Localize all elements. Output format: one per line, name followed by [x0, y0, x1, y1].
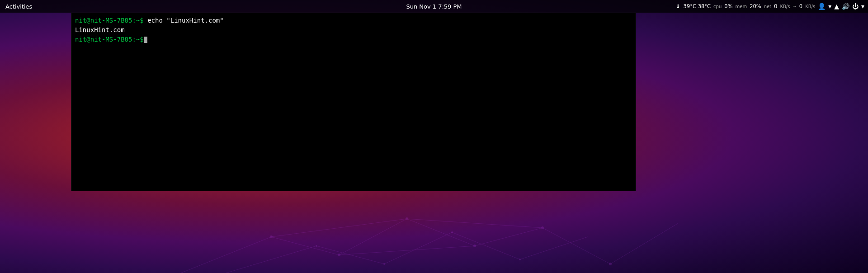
- terminal-command-1: echo "LinuxHint.com": [147, 17, 224, 24]
- mem-label: mem: [735, 4, 747, 9]
- svg-line-1: [271, 237, 339, 255]
- desktop: Activities Sun Nov 1 7:59 PM 🌡 39°C 38°C…: [0, 0, 868, 273]
- thermometer-icon: 🌡: [675, 3, 681, 9]
- terminal-cursor: [144, 37, 147, 43]
- terminal-prompt-1: nit@nit-MS-7B85:~$: [75, 17, 147, 24]
- svg-line-6: [610, 223, 678, 264]
- terminal-line-3: nit@nit-MS-7B85:~$: [75, 35, 632, 44]
- power-icon[interactable]: ⏻: [852, 3, 859, 10]
- svg-point-24: [519, 259, 521, 260]
- svg-point-23: [451, 231, 453, 233]
- svg-line-14: [407, 219, 542, 228]
- menu-icon[interactable]: ▾: [861, 3, 864, 10]
- svg-point-17: [406, 217, 408, 220]
- svg-line-5: [542, 228, 610, 264]
- terminal-window[interactable]: nit@nit-MS-7B85:~$ echo "LinuxHint.com" …: [71, 13, 636, 191]
- svg-line-0: [181, 237, 271, 273]
- net-separator: ~: [793, 4, 796, 9]
- svg-point-21: [316, 245, 317, 247]
- svg-line-4: [475, 228, 542, 246]
- cpu-label: cpu: [713, 4, 722, 9]
- svg-line-3: [407, 219, 475, 246]
- svg-line-2: [339, 219, 407, 255]
- terminal-line-2: LinuxHint.com: [75, 25, 632, 35]
- wifi-icon[interactable]: ▲: [834, 3, 839, 10]
- activities-button[interactable]: Activities: [4, 3, 34, 10]
- svg-line-8: [316, 246, 384, 264]
- datetime-display: Sun Nov 1 7:59 PM: [406, 3, 462, 10]
- svg-line-7: [226, 246, 316, 273]
- terminal-content: nit@nit-MS-7B85:~$ echo "LinuxHint.com" …: [71, 13, 636, 47]
- svg-point-22: [383, 263, 385, 265]
- net-up-value: 0: [799, 3, 802, 9]
- svg-point-18: [473, 245, 476, 247]
- volume-icon[interactable]: 🔊: [842, 3, 849, 10]
- dropdown-arrow-icon[interactable]: ▾: [828, 3, 831, 10]
- mem-value: 20%: [750, 3, 761, 9]
- net-down-value: 0: [774, 3, 777, 9]
- topbar-right: 🌡 39°C 38°C cpu 0% mem 20% net 0 KB/s ~ …: [675, 3, 864, 10]
- svg-line-11: [520, 237, 588, 259]
- cpu-value: 0%: [724, 3, 732, 9]
- topbar-left: Activities: [4, 3, 34, 10]
- desktop-background-art: [0, 183, 868, 273]
- person-icon[interactable]: 👤: [818, 3, 826, 10]
- net-label: net: [764, 4, 771, 9]
- svg-line-12: [271, 219, 407, 237]
- net-up-unit: KB/s: [805, 4, 815, 9]
- svg-point-20: [609, 263, 612, 265]
- topbar: Activities Sun Nov 1 7:59 PM 🌡 39°C 38°C…: [0, 0, 868, 13]
- terminal-prompt-2: nit@nit-MS-7B85:~$: [75, 36, 144, 43]
- topbar-clock: Sun Nov 1 7:59 PM: [406, 3, 462, 10]
- terminal-output-1: LinuxHint.com: [75, 26, 125, 33]
- svg-point-15: [270, 235, 273, 238]
- net-down-unit: KB/s: [780, 4, 790, 9]
- terminal-line-1: nit@nit-MS-7B85:~$ echo "LinuxHint.com": [75, 16, 632, 25]
- svg-point-16: [338, 254, 340, 256]
- temperature-display: 39°C 38°C: [684, 3, 711, 9]
- svg-point-19: [541, 226, 544, 229]
